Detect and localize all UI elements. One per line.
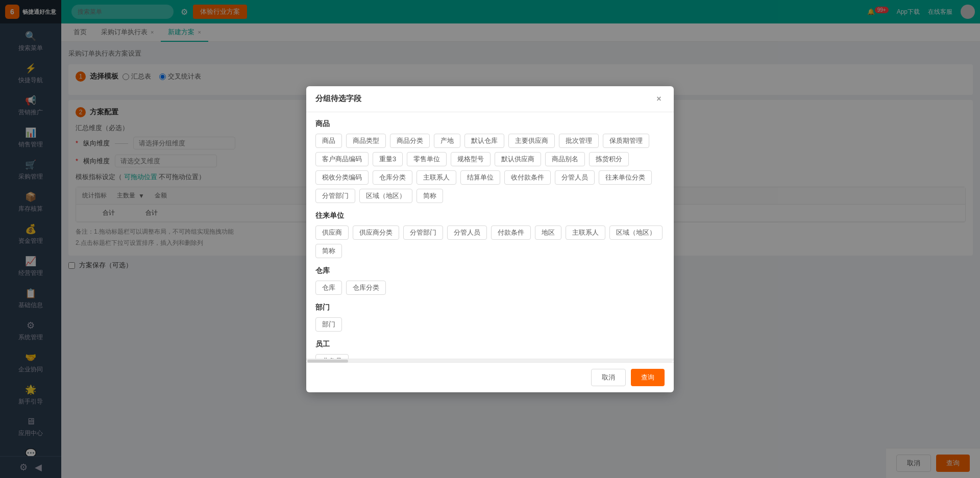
- field-tag[interactable]: 产地: [434, 134, 460, 148]
- dialog-title: 分组待选字段: [315, 94, 361, 104]
- field-tag[interactable]: 简称: [315, 244, 342, 258]
- field-tag[interactable]: 商品: [315, 134, 342, 148]
- field-tag[interactable]: 往来单位分类: [599, 170, 652, 185]
- field-tags: 供应商供应商分类分管部门分管人员付款条件地区主联系人区域（地区）简称: [315, 225, 665, 258]
- field-tag[interactable]: 仓库分类: [373, 170, 412, 185]
- field-group-title: 员工: [315, 340, 665, 349]
- dialog-close-button[interactable]: ×: [653, 93, 665, 105]
- field-tag[interactable]: 主要供应商: [508, 134, 555, 148]
- field-tag[interactable]: 分管部门: [315, 189, 355, 203]
- field-tag[interactable]: 商品分类: [390, 134, 430, 148]
- dialog-body: 商品商品商品类型商品分类产地默认仓库主要供应商批次管理保质期管理客户商品编码重量…: [306, 112, 674, 359]
- field-tag[interactable]: 零售单位: [407, 152, 447, 166]
- field-tag[interactable]: 供应商分类: [353, 225, 399, 240]
- field-tag[interactable]: 分管人员: [447, 225, 487, 240]
- modal-overlay: 分组待选字段 × 商品商品商品类型商品分类产地默认仓库主要供应商批次管理保质期管…: [0, 0, 980, 478]
- field-tag[interactable]: 区域（地区）: [359, 189, 412, 203]
- field-tag[interactable]: 批次管理: [559, 134, 599, 148]
- field-select-dialog: 分组待选字段 × 商品商品商品类型商品分类产地默认仓库主要供应商批次管理保质期管…: [306, 86, 674, 392]
- field-tags: 商品商品类型商品分类产地默认仓库主要供应商批次管理保质期管理客户商品编码重量3零…: [315, 134, 665, 203]
- field-group-往来单位: 往来单位供应商供应商分类分管部门分管人员付款条件地区主联系人区域（地区）简称: [315, 211, 665, 258]
- dialog-cancel-button[interactable]: 取消: [591, 369, 626, 386]
- dialog-header: 分组待选字段 ×: [306, 86, 674, 112]
- field-tag[interactable]: 商品别名: [545, 152, 585, 166]
- field-group-title: 商品: [315, 119, 665, 129]
- field-tag[interactable]: 付款条件: [491, 225, 531, 240]
- field-tags: 业务员: [315, 354, 665, 359]
- field-tag[interactable]: 部门: [315, 317, 342, 332]
- field-group-商品: 商品商品商品类型商品分类产地默认仓库主要供应商批次管理保质期管理客户商品编码重量…: [315, 119, 665, 203]
- field-tag[interactable]: 商品类型: [346, 134, 386, 148]
- dialog-footer: 取消 查询: [306, 362, 674, 392]
- field-tag[interactable]: 区域（地区）: [609, 225, 663, 240]
- field-tag[interactable]: 结算单位: [460, 170, 500, 185]
- field-tag[interactable]: 供应商: [315, 225, 349, 240]
- field-tag[interactable]: 默认仓库: [464, 134, 504, 148]
- field-group-title: 往来单位: [315, 211, 665, 220]
- field-tag[interactable]: 地区: [535, 225, 561, 240]
- field-tag[interactable]: 默认供应商: [495, 152, 541, 166]
- field-tag[interactable]: 保质期管理: [603, 134, 649, 148]
- field-tag[interactable]: 重量3: [373, 152, 403, 166]
- field-group-部门: 部门部门: [315, 303, 665, 332]
- field-tag[interactable]: 主联系人: [566, 225, 605, 240]
- field-group-仓库: 仓库仓库仓库分类: [315, 266, 665, 295]
- dialog-scrollbar-h: [306, 359, 674, 362]
- field-tag[interactable]: 业务员: [315, 354, 349, 359]
- field-tag[interactable]: 拣货积分: [589, 152, 629, 166]
- field-tag[interactable]: 客户商品编码: [315, 152, 369, 166]
- field-tag[interactable]: 主联系人: [416, 170, 456, 185]
- field-group-员工: 员工业务员: [315, 340, 665, 359]
- field-tag[interactable]: 仓库分类: [346, 281, 386, 295]
- field-group-title: 仓库: [315, 266, 665, 275]
- field-tag[interactable]: 规格型号: [451, 152, 491, 166]
- field-tag[interactable]: 税收分类编码: [315, 170, 369, 185]
- field-tags: 部门: [315, 317, 665, 332]
- field-tag[interactable]: 简称: [416, 189, 443, 203]
- field-group-title: 部门: [315, 303, 665, 312]
- field-tag[interactable]: 收付款条件: [504, 170, 551, 185]
- dialog-confirm-button[interactable]: 查询: [631, 369, 665, 386]
- scrollbar-thumb: [307, 360, 348, 363]
- field-tags: 仓库仓库分类: [315, 281, 665, 295]
- field-tag[interactable]: 仓库: [315, 281, 342, 295]
- field-tag[interactable]: 分管部门: [403, 225, 443, 240]
- field-tag[interactable]: 分管人员: [555, 170, 595, 185]
